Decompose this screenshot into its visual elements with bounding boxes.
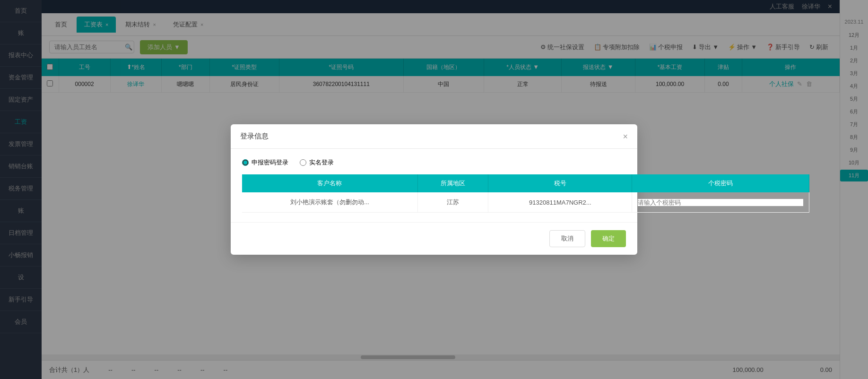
- dialog-row-password-cell[interactable]: [632, 192, 809, 213]
- login-info-table: 客户名称 所属地区 税号 个税密码 刘小艳演示账套（勿删勿动... 江苏 913…: [242, 174, 809, 213]
- dialog-body: 申报密码登录 实名登录 客户名称 所属地区 税号 个税密码: [231, 149, 637, 222]
- confirm-button[interactable]: 确定: [591, 230, 626, 247]
- dialog-overlay: 登录信息 × 申报密码登录 实名登录 客户名称 所属地区: [0, 0, 868, 379]
- radio-realname-label: 实名登录: [309, 158, 334, 167]
- radio-password-input[interactable]: [242, 159, 249, 166]
- dialog-table-row: 刘小艳演示账套（勿删勿动... 江苏 91320811MA7NGR2...: [242, 192, 809, 213]
- tax-password-input[interactable]: [638, 199, 803, 206]
- dialog-header-password: 个税密码: [632, 174, 809, 192]
- login-type-radio-group: 申报密码登录 实名登录: [242, 158, 626, 167]
- dialog-header-client-name: 客户名称: [242, 174, 417, 192]
- dialog-header-region: 所属地区: [417, 174, 488, 192]
- dialog-header-tax-number: 税号: [488, 174, 632, 192]
- dialog-row-region: 江苏: [417, 192, 488, 213]
- radio-password-login[interactable]: 申报密码登录: [242, 158, 288, 167]
- dialog-header: 登录信息 ×: [231, 124, 637, 149]
- dialog-table-header-row: 客户名称 所属地区 税号 个税密码: [242, 174, 809, 192]
- dialog-row-client-name: 刘小艳演示账套（勿删勿动...: [242, 192, 417, 213]
- radio-realname-input[interactable]: [300, 159, 306, 166]
- dialog-title: 登录信息: [240, 132, 269, 141]
- cancel-button[interactable]: 取消: [549, 230, 585, 247]
- radio-password-label: 申报密码登录: [252, 158, 288, 167]
- login-dialog: 登录信息 × 申报密码登录 实名登录 客户名称 所属地区: [231, 124, 637, 255]
- dialog-row-tax-number: 91320811MA7NGR2...: [488, 192, 632, 213]
- dialog-close-button[interactable]: ×: [623, 132, 628, 141]
- radio-realname-login[interactable]: 实名登录: [300, 158, 334, 167]
- dialog-footer: 取消 确定: [231, 222, 637, 255]
